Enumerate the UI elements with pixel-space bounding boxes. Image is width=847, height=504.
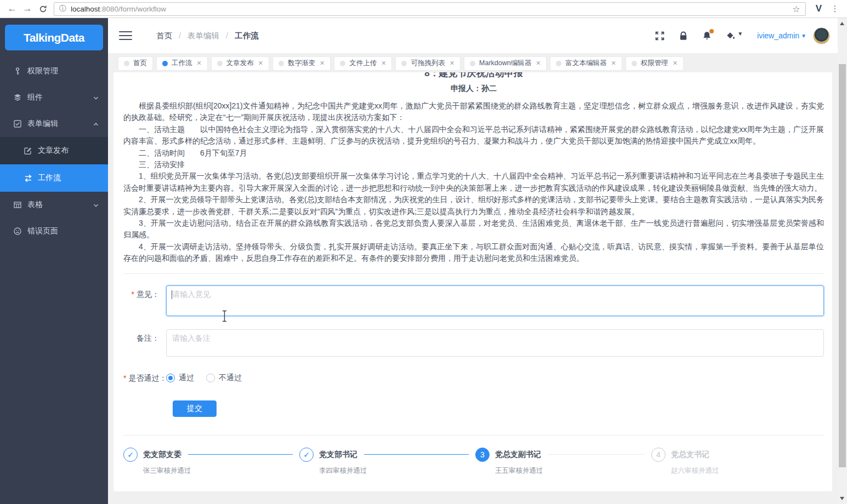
tab-workflow[interactable]: 工作流✕ [156,56,208,71]
browser-refresh-button[interactable] [35,2,50,16]
scrollbar-down-arrow[interactable] [840,497,844,500]
required-marker: * [123,374,126,382]
doc-paragraph: 二、活动时间 6月下旬至7月 [123,147,824,159]
tab-close-icon[interactable]: ✕ [258,60,263,67]
step-3: 3党总支副书记王五审核并通过 [475,448,651,476]
tab-status-dot [470,61,475,66]
radio-不通过[interactable]: 不通过 [206,373,242,383]
step-content: 王五审核并通过 [495,466,651,476]
tab-status-dot [124,61,129,66]
collapse-menu-button[interactable] [119,28,132,43]
tab-permission[interactable]: 权限管理✕ [626,56,684,71]
breadcrumb-item: 工作流 [235,31,259,40]
breadcrumb-item[interactable]: 表单编辑 [187,31,219,40]
required-marker: * [132,290,134,299]
browser-forward-button[interactable]: → [20,2,35,16]
opinion-input[interactable] [166,285,824,316]
doc-paragraph: 根据县委组织部(组织[20xx]21)文件通知精神，为纪念中国共产党建党xx周年… [123,100,824,124]
text-caret [172,290,172,299]
divider [123,273,824,274]
lock-screen-button[interactable] [678,31,689,41]
sidebar-item-label: 权限管理 [27,66,58,76]
tab-close-icon[interactable]: ✕ [673,60,678,67]
step-index: 4 [651,448,666,462]
sidebar-item-workflow[interactable]: 工作流 [0,164,108,192]
sidebar-item-permission[interactable]: 权限管理 [0,58,108,84]
approval-form: *意见： 备注： *是否通过： 通过不通过 [123,285,824,417]
window-scrollbar [838,18,847,504]
approval-steps: ✓党支部支委张三审核并通过✓党支部书记李四审核并通过3党总支副书记王五审核并通过… [123,448,824,476]
sidebar-item-form-edit[interactable]: 表单编辑 [0,111,108,137]
app-logo[interactable]: TalkingData [5,25,103,50]
pass-row: *是否通过： 通过不通过 [123,373,824,383]
radio-dot-icon [166,374,175,382]
tab-home[interactable]: 首页 [118,56,153,71]
notification-badge [709,29,714,33]
remark-input[interactable] [166,329,824,357]
address-bar[interactable]: ⓘ localhost:8080/form/workflow ☆ [54,2,806,16]
vue-devtools-icon[interactable]: V [816,3,822,14]
workflow-card: 8：建党节庆祝活动申报 申报人：孙二 根据县委组织部(组织[20xx]21)文件… [113,72,832,491]
chevron-down-icon: ▼ [801,33,806,39]
tab-status-dot [401,61,407,66]
tab-close-icon[interactable]: ✕ [320,60,325,67]
scrollbar-up-arrow[interactable] [840,22,844,25]
step-content: 赵六审核并通过 [671,466,824,476]
bookmark-star-icon[interactable]: ☆ [792,4,800,14]
tab-close-icon[interactable]: ✕ [536,60,541,67]
tab-close-icon[interactable]: ✕ [611,60,616,67]
document-applicant: 申报人：孙二 [123,84,824,94]
tab-gradient[interactable]: 数字渐变✕ [272,56,331,71]
tab-label: Markdown编辑器 [479,59,531,68]
sidebar-item-label: 工作流 [38,173,61,183]
fullscreen-button[interactable] [655,31,665,41]
step-connector-line [364,454,469,455]
theme-button[interactable]: ▼ [725,31,743,41]
breadcrumb-item[interactable]: 首页 [156,31,172,40]
sidebar-item-article-publish[interactable]: 文章发布 [0,137,108,164]
sidebar: TalkingData 权限管理组件表单编辑文章发布工作流表格错误页面 [0,18,108,504]
tab-draglist[interactable]: 可拖拽列表✕ [395,56,461,71]
tab-article[interactable]: 文章发布✕ [211,56,269,71]
tab-upload[interactable]: 文件上传✕ [334,56,392,71]
tab-label: 富文本编辑器 [565,59,606,68]
browser-back-button[interactable]: ← [4,2,20,16]
doc-paragraph: 2、开展一次党员领导干部带头上党课活动。各党(总)支部结合本支部情况，为庆祝党的… [123,194,824,217]
sidebar-item-label: 错误页面 [27,226,58,236]
scrollbar-thumb[interactable] [839,64,846,467]
step-title: 党总支副书记 [495,450,541,460]
chevron-up-icon [93,121,99,127]
avatar[interactable] [813,27,830,44]
doc-paragraph: 1、组织党员开展一次集体学习活动。各党(总)支部要组织开展一次集体学习讨论，重点… [123,170,824,194]
step-1: ✓党支部支委张三审核并通过 [123,448,299,476]
document-body: 根据县委组织部(组织[20xx]21)文件通知精神，为纪念中国共产党建党xx周年… [123,100,824,265]
radio-dot-icon [206,374,215,382]
tab-status-dot [340,61,345,66]
submit-row: 提交 [123,400,824,417]
tab-close-icon[interactable]: ✕ [450,60,454,67]
chevron-down-icon [93,94,99,101]
sidebar-item-components[interactable]: 组件 [0,84,108,111]
step-title: 党总支书记 [671,450,709,460]
tab-markdown[interactable]: Markdown编辑器✕ [464,56,547,71]
notifications-button[interactable] [702,31,712,41]
app-logo-text: TalkingData [24,31,84,44]
page-info-icon[interactable]: ⓘ [59,4,66,14]
tab-richtext[interactable]: 富文本编辑器✕ [550,56,622,71]
sidebar-item-tables[interactable]: 表格 [0,192,108,218]
paint-bucket-icon [725,31,736,41]
tab-label: 工作流 [172,59,192,68]
refresh-icon [39,5,47,13]
username-text: iview_admin [757,31,799,40]
user-menu[interactable]: iview_admin ▼ [757,31,806,40]
opinion-row: *意见： [123,285,824,316]
tab-close-icon[interactable]: ✕ [197,60,202,67]
tab-close-icon[interactable]: ✕ [381,60,386,67]
breadcrumb-separator: / [177,31,183,40]
radio-通过[interactable]: 通过 [166,373,194,383]
sidebar-item-label: 表格 [27,200,43,210]
browser-menu-button[interactable]: ⋮ [827,2,843,16]
sidebar-item-error-page[interactable]: 错误页面 [0,218,108,244]
submit-button[interactable]: 提交 [173,400,217,417]
opened-tabs-bar: 首页工作流✕文章发布✕数字渐变✕文件上传✕可拖拽列表✕Markdown编辑器✕富… [108,53,838,72]
